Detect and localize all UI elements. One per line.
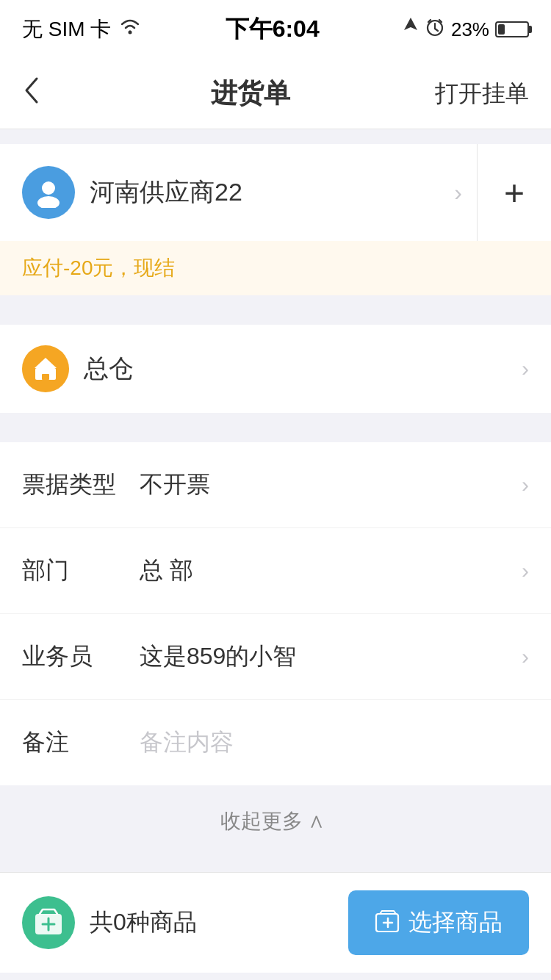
alarm-icon (425, 17, 445, 43)
supplier-selector[interactable]: 河南供应商22 › (0, 144, 478, 241)
department-chevron-icon: › (522, 558, 529, 583)
invoice-type-value: 不开票 (140, 469, 522, 501)
carrier-text: 无 SIM 卡 (22, 15, 111, 43)
remark-label: 备注 (22, 727, 125, 759)
form-section: 票据类型 不开票 › 部门 总 部 › 业务员 这是859的小智 › 备注 备注… (0, 442, 551, 785)
status-right: 23% (403, 17, 529, 43)
supplier-avatar (22, 166, 75, 219)
page-title: 进货单 (211, 76, 290, 112)
notice-text: 应付-20元，现结 (22, 256, 175, 279)
svg-point-7 (37, 196, 60, 208)
supplier-section: 河南供应商22 › + (0, 144, 551, 241)
main-background (0, 973, 551, 980)
salesperson-value: 这是859的小智 (140, 641, 522, 673)
svg-marker-9 (35, 358, 57, 368)
supplier-name: 河南供应商22 (90, 176, 242, 209)
salesperson-label: 业务员 (22, 641, 125, 673)
battery-icon (495, 21, 529, 37)
gap-2 (0, 295, 551, 310)
svg-line-3 (435, 29, 438, 31)
invoice-type-row[interactable]: 票据类型 不开票 › (0, 442, 551, 528)
status-left: 无 SIM 卡 (22, 15, 142, 43)
gap-1 (0, 129, 551, 144)
svg-point-0 (129, 31, 132, 35)
svg-point-6 (42, 181, 55, 195)
warehouse-icon (22, 345, 69, 392)
collapse-row[interactable]: 收起更多 ∧ (0, 785, 551, 857)
add-icon: + (504, 173, 525, 213)
warehouse-name: 总仓 (84, 352, 522, 386)
department-value: 总 部 (140, 555, 522, 587)
warehouse-section[interactable]: 总仓 › (0, 325, 551, 413)
bottom-bar: 共0种商品 选择商品 (0, 872, 551, 973)
remark-row[interactable]: 备注 备注内容 (0, 700, 551, 785)
salesperson-chevron-icon: › (522, 644, 529, 669)
department-label: 部门 (22, 555, 125, 587)
battery-percent: 23% (451, 18, 489, 41)
svg-rect-10 (42, 374, 49, 380)
product-count-text: 共0种商品 (90, 907, 348, 939)
gap-4 (0, 857, 551, 872)
open-pending-button[interactable]: 打开挂单 (435, 78, 529, 110)
select-product-label: 选择商品 (408, 907, 503, 939)
wifi-icon (118, 18, 142, 41)
location-icon (403, 17, 419, 43)
remark-input[interactable]: 备注内容 (140, 727, 529, 759)
back-button[interactable] (22, 76, 66, 112)
status-time: 下午6:04 (226, 13, 320, 46)
collapse-label: 收起更多 ∧ (220, 807, 325, 835)
notice-bar: 应付-20元，现结 (0, 241, 551, 295)
gap-3 (0, 413, 551, 428)
status-bar: 无 SIM 卡 下午6:04 23% (0, 0, 551, 59)
salesperson-row[interactable]: 业务员 这是859的小智 › (0, 614, 551, 700)
invoice-type-chevron-icon: › (522, 472, 529, 497)
department-row[interactable]: 部门 总 部 › (0, 528, 551, 614)
supplier-chevron-icon: › (454, 179, 462, 206)
select-product-button[interactable]: 选择商品 (348, 890, 529, 955)
warehouse-chevron-icon: › (522, 356, 529, 381)
nav-bar: 进货单 打开挂单 (0, 59, 551, 129)
product-icon (22, 896, 75, 949)
add-supplier-button[interactable]: + (478, 173, 551, 213)
invoice-type-label: 票据类型 (22, 469, 125, 501)
